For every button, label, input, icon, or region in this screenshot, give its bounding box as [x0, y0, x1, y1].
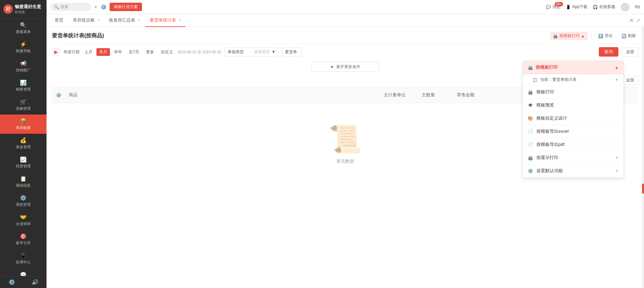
template-excel-icon: 📄	[528, 129, 533, 134]
inventory-icon: 📦	[20, 118, 27, 124]
topbar-settings-icon[interactable]: ⚙️	[100, 4, 107, 10]
template-preview-icon: 👁️	[528, 103, 533, 108]
page-content: 要货单统计表(按商品) 🖨️ 按模板打印 ▲ | ⬆️ 导出 🔄 刷新	[47, 27, 644, 288]
print-header-label: 按模板打印	[536, 64, 558, 70]
template-preview-item[interactable]: 👁️ 模板预览	[523, 99, 623, 112]
th-qty: 主数量	[412, 90, 445, 100]
tab-order-stats-label: 要货单统计表	[150, 17, 176, 23]
set-default-label: 设置默认功能	[536, 168, 563, 174]
settings-icon[interactable]: ⚙️	[8, 279, 15, 285]
search-icon: 🔍	[20, 22, 27, 28]
order-type-arrow: ▼	[271, 50, 275, 54]
date-tab-this-month[interactable]: 本月	[96, 48, 110, 56]
print-action-btn[interactable]: 🖨️ 按模板打印 ▲	[550, 32, 588, 40]
notification-icon: 💬	[546, 5, 551, 9]
template-excel-item[interactable]: 📄 按模板导出excel	[523, 125, 623, 138]
wechat-icon: 💬	[20, 271, 27, 276]
sidebar-item-cooperation[interactable]: 🤝 企业协同	[0, 211, 47, 230]
username: Rit	[635, 5, 640, 9]
sidebar-item-basic[interactable]: 📋 基础信息	[0, 172, 47, 191]
refresh-action-btn[interactable]: 🔄 刷新	[619, 32, 639, 40]
logo-text: 畅捷通好生意 标准版	[15, 4, 41, 14]
tab-order-stats-close[interactable]: ×	[179, 18, 181, 22]
current-template-item[interactable]: 📋 当前：要货单统计表 ▼	[523, 74, 623, 86]
empty-text: 暂无数据	[336, 158, 354, 164]
tab-receipt-summary[interactable]: 收发存汇总表 ×	[104, 14, 145, 27]
filter-expand-btn[interactable]: ▶	[52, 48, 60, 56]
date-tab-custom[interactable]: 自定义	[158, 48, 176, 56]
print-label: 按模板打印	[559, 33, 580, 39]
window-close-icon[interactable]: ✕	[629, 17, 634, 24]
column-settings-icon[interactable]: ⚙️	[56, 93, 61, 98]
scroll-track	[642, 27, 644, 288]
sidebar-item-system[interactable]: ⚙️ 系统管理	[0, 191, 47, 211]
sidebar-item-search[interactable]: 🔍 搜索菜单	[0, 19, 47, 38]
sidebar-item-operations[interactable]: 📈 经营管理	[0, 153, 47, 172]
sidebar-item-wechat[interactable]: 💬 企业微信	[0, 268, 47, 276]
marketing-icon: 📢	[20, 60, 27, 67]
sidebar-item-quick-nav[interactable]: ⚡ 快捷导航	[0, 38, 47, 57]
sidebar-item-guide[interactable]: 🎯 新手引导	[0, 230, 47, 249]
tab-home[interactable]: 首页	[50, 14, 68, 27]
print-dropdown: 🖨️ 按模板打印 ▲ 📋 当前：要货单统计表 ▼ 🖨️ 模板打印 👁️ 模板预览	[523, 61, 624, 178]
date-tab-more[interactable]: 更多	[143, 48, 157, 56]
template-excel-label: 按模板导出excel	[536, 128, 568, 134]
search-placeholder: 搜索	[60, 4, 68, 10]
quick-nav-label: 快捷导航	[16, 49, 31, 54]
template-design-icon: 🎨	[528, 116, 533, 121]
order-type-placeholder: 单据类型	[245, 49, 270, 55]
table-settings-button[interactable]: 设置	[622, 76, 639, 85]
set-default-item[interactable]: ⚙️ 设置默认功能 ▼	[523, 164, 623, 178]
settings-button[interactable]: 设置	[622, 47, 639, 57]
app-icon: 📱	[566, 5, 571, 9]
sidebar-item-purchase[interactable]: 🛒 采购管理	[0, 95, 47, 115]
scroll-thumb[interactable]	[642, 184, 644, 194]
query-button[interactable]: 查询	[599, 47, 618, 57]
date-filter-group: 单据日期 上月 本月 本年 近7天 更多 自定义 2023-06-01 至 20…	[63, 48, 221, 56]
print-dropdown-header[interactable]: 🖨️ 按模板打印 ▲	[523, 61, 623, 74]
display-print-label: 按显示打印	[536, 155, 558, 161]
sidebar-item-finance[interactable]: 💰 资金管理	[0, 134, 47, 153]
tab-order-stats[interactable]: 要货单统计表 ×	[145, 14, 185, 27]
order-status-filter[interactable]: 要货单	[282, 47, 301, 57]
topbar-dropdown[interactable]: ▼	[94, 5, 98, 9]
sidebar-item-sales[interactable]: 📊 销售管理	[0, 76, 47, 95]
expand-icon: ▼	[330, 65, 334, 69]
date-tab-7days[interactable]: 近7天	[126, 48, 142, 56]
print-dropdown-title: 🖨️ 按模板打印	[528, 64, 558, 70]
expand-label: 展开更多条件	[336, 64, 360, 70]
trial-button[interactable]: 体验行业方案	[110, 3, 142, 11]
expand-more-btn[interactable]: ▼ 展开更多条件	[312, 62, 379, 72]
date-tab-this-year[interactable]: 本年	[111, 48, 125, 56]
notification-item[interactable]: 💬 消息 99+	[546, 4, 560, 10]
set-default-icon: ⚙️	[528, 168, 533, 173]
display-print-item[interactable]: 🖨️ 按显示打印 ▼	[523, 151, 623, 164]
refresh-icon: 🔄	[621, 34, 626, 38]
sidebar-item-marketing[interactable]: 📢 营销推广	[0, 57, 47, 76]
export-action-btn[interactable]: ⬆️ 导出	[595, 32, 615, 40]
template-design-item[interactable]: 🎨 模板自定义设计	[523, 112, 623, 125]
sidebar-item-apps[interactable]: 📱 应用中心	[0, 249, 47, 268]
tab-inventory-batch[interactable]: 库存批次账 ×	[68, 14, 104, 27]
tab-receipt-summary-close[interactable]: ×	[138, 18, 140, 22]
brand-name: 畅捷通好生意	[15, 4, 41, 10]
inventory-label: 库存核算	[16, 125, 31, 130]
logo-icon: 好	[3, 4, 13, 14]
window-expand-icon[interactable]: ⤢	[636, 17, 641, 24]
template-pdf-item[interactable]: 📄 按模板导出pdf	[523, 138, 623, 151]
th-qty-label: 主数量	[422, 92, 435, 97]
volume-icon[interactable]: 🔊	[32, 279, 38, 285]
search-bar[interactable]: 🔍 搜索	[51, 3, 91, 11]
date-tab-prev-month[interactable]: 上月	[82, 48, 95, 56]
order-type-select[interactable]: 单据类型 单据类型 ▼	[225, 47, 279, 57]
template-print-item[interactable]: 🖨️ 模板打印	[523, 86, 623, 99]
search-icon: 🔍	[54, 5, 59, 9]
sidebar-item-inventory[interactable]: 📦 库存核算	[0, 115, 47, 134]
avatar[interactable]	[621, 3, 630, 11]
app-download-item[interactable]: 📱 App下载	[566, 4, 587, 10]
current-template-arrow: ▼	[615, 77, 619, 82]
online-service-item[interactable]: 🎧 在线客服	[593, 4, 615, 10]
display-print-arrow: ▼	[615, 156, 619, 160]
tab-inventory-batch-close[interactable]: ×	[97, 18, 99, 22]
current-template-icon: 📋	[532, 77, 537, 82]
